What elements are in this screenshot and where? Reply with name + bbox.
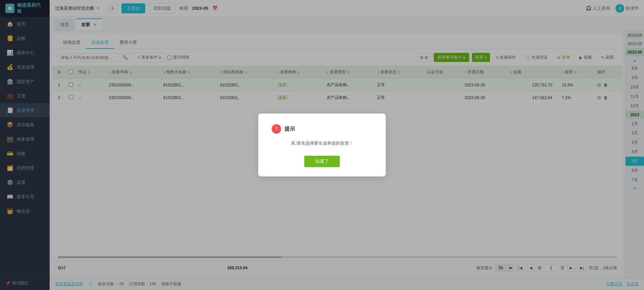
dialog-message: 亲,请先选择要生成单据的发票！	[272, 140, 372, 146]
prompt-dialog: ! 提示 亲,请先选择要生成单据的发票！ 知道了	[258, 114, 386, 176]
dialog-header: ! 提示	[272, 124, 372, 134]
dialog-ok-btn[interactable]: 知道了	[304, 156, 340, 167]
dialog-warning-icon: !	[272, 124, 281, 134]
dialog-footer: 知道了	[272, 156, 372, 167]
dialog-overlay[interactable]: ! 提示 亲,请先选择要生成单据的发票！ 知道了	[0, 0, 644, 290]
dialog-title: 提示	[284, 126, 295, 133]
